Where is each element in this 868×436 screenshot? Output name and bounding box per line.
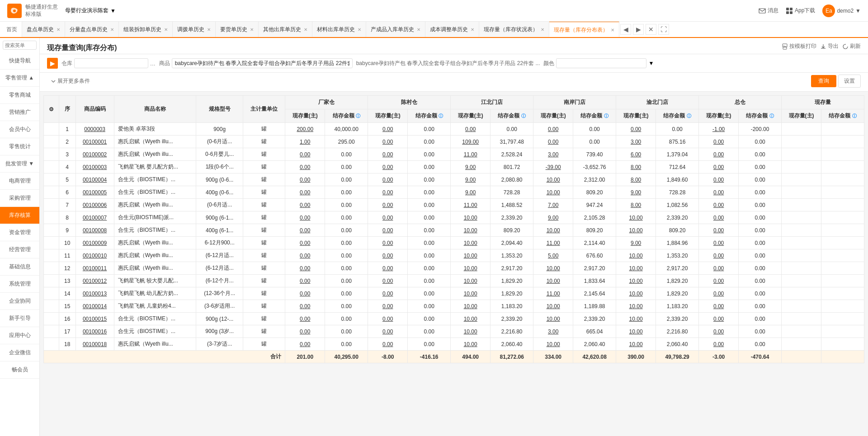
refresh-icon	[842, 43, 849, 50]
sidebar-item-wechat[interactable]: 企业微信	[0, 344, 39, 361]
tab-close-icon[interactable]: ✕	[164, 27, 168, 32]
sidebar-search-input[interactable]	[3, 41, 37, 50]
th-jb-stock: 现存量(主)	[451, 109, 491, 123]
tab-close-icon[interactable]: ✕	[110, 27, 114, 32]
main-layout: 快捷导航 零售管理 ▲ 零售商城 营销推广 会员中心 零售统计 批发管理 ▼ 电…	[0, 38, 868, 436]
tab-material-outbound[interactable]: 材料出库单历史 ✕	[312, 22, 366, 38]
tab-close-icon[interactable]: ✕	[471, 27, 474, 32]
sidebar-item-retail-mall[interactable]: 零售商城	[0, 87, 39, 104]
total-amount-info-icon[interactable]: ⓘ	[769, 113, 774, 118]
tab-requisition[interactable]: 要货单历史 ✕	[216, 22, 259, 38]
sidebar-item-purchase[interactable]: 采购管理	[0, 190, 39, 207]
tab-close-icon[interactable]: ✕	[304, 27, 307, 32]
warehouse-input[interactable]	[74, 58, 148, 68]
sidebar-item-wholesale[interactable]: 批发管理 ▼	[0, 155, 39, 173]
warehouse-ellipsis[interactable]: ...	[150, 60, 156, 67]
tab-fraction-check[interactable]: 分量盘点单历史 ✕	[65, 22, 119, 38]
table-row: 16 00100015 合生元（BIOSTIME）... 900g (12-..…	[44, 313, 864, 325]
sidebar-item-retail-mgmt[interactable]: 零售管理 ▲	[0, 70, 39, 87]
table-row: 14 00100013 飞鹤星飞帆 幼儿配方奶... (12-36个月... 罐…	[44, 287, 864, 300]
sidebar-item-marketing[interactable]: 营销推广	[0, 104, 39, 121]
th-jb-amount: 结存金额 ⓘ	[491, 109, 533, 123]
svg-rect-7	[783, 47, 787, 49]
th-settings[interactable]: ⚙	[44, 96, 59, 123]
app-icon	[786, 7, 793, 14]
th-total-amount: 结存金额 ⓘ	[739, 109, 782, 123]
th-na-amount: 结存金额 ⓘ	[573, 109, 616, 123]
export-icon	[820, 43, 826, 50]
sidebar-item-shortcuts[interactable]: 快捷导航	[0, 52, 39, 70]
tab-inventory-check[interactable]: 盘点单历史 ✕	[22, 22, 65, 38]
tab-transfer[interactable]: 调拨单历史 ✕	[173, 22, 216, 38]
tab-close-icon[interactable]: ✕	[250, 27, 254, 32]
tab-close-active-icon[interactable]: ✕	[611, 28, 614, 33]
na-amount-info-icon[interactable]: ⓘ	[604, 113, 609, 118]
sidebar-item-retail-stats[interactable]: 零售统计	[0, 138, 39, 155]
print-icon	[782, 43, 788, 50]
tab-close-icon[interactable]: ✕	[541, 27, 544, 32]
tab-prev-btn[interactable]: ◀	[620, 24, 631, 35]
sidebar-item-cooperation[interactable]: 企业协同	[0, 293, 39, 310]
tab-other-outbound[interactable]: 其他出库单历史 ✕	[259, 22, 312, 38]
tab-finished-goods[interactable]: 产成品入库单历史 ✕	[366, 22, 425, 38]
data-table: ⚙ 序 商品编码 商品名称 规格型号 主计量单位 厂家仓 陈村仓 江北门店 南岸…	[43, 95, 864, 363]
export-btn[interactable]: 导出	[820, 42, 839, 50]
th-yubei-store: 渝北门店	[616, 96, 698, 109]
tab-close-icon[interactable]: ✕	[207, 27, 211, 32]
messages-btn[interactable]: 消息	[759, 7, 778, 14]
color-input[interactable]	[556, 58, 646, 68]
filter-expand-btn[interactable]: ▶	[47, 58, 58, 69]
tab-close-icon[interactable]: ✕	[417, 27, 420, 32]
sidebar-item-apps[interactable]: 应用中心	[0, 327, 39, 344]
th-fw-stock: 现存量(主)	[285, 109, 325, 123]
tab-close-all-btn[interactable]: ✕	[646, 24, 656, 35]
print-btn[interactable]: 按模板打印	[782, 42, 816, 50]
summary-fw-stock: 201.00	[285, 351, 325, 363]
tab-expand-btn[interactable]: ⛶	[658, 24, 669, 35]
tab-close-icon[interactable]: ✕	[358, 27, 361, 32]
app-download-btn[interactable]: App下载	[786, 7, 815, 14]
color-filter: 颜色 ▼	[543, 58, 654, 68]
table-row: 6 00100005 合生元（BIOSTIME）... 400g (0-6...…	[44, 186, 864, 199]
yb-amount-info-icon[interactable]: ⓘ	[687, 113, 691, 118]
user-menu[interactable]: Ea demo2 ▼	[822, 5, 861, 17]
sidebar-item-system[interactable]: 系统管理	[0, 276, 39, 293]
refresh-btn[interactable]: 刷新	[842, 42, 861, 50]
fw-amount-info-icon[interactable]: ⓘ	[356, 113, 360, 118]
summary-extra-stock	[781, 351, 821, 363]
th-fw-amount: 结存金额 ⓘ	[325, 109, 368, 123]
table-row: 7 00100006 惠氏启赋（Wyeth illu... (0-6月适... …	[44, 199, 864, 211]
settings-btn[interactable]: 设置	[838, 75, 861, 88]
table-row: 4 00100003 飞鹤星飞帆 婴儿配方奶... 1段(0-6个... 罐 0…	[44, 161, 864, 173]
table-row: 12 00100011 惠氏启赋（Wyeth illu... (6-12月适..…	[44, 262, 864, 275]
tab-stock-status[interactable]: 现存量（库存状况表） ✕	[479, 22, 549, 38]
extra-amount-info-icon[interactable]: ⓘ	[852, 113, 857, 118]
cj-amount-info-icon[interactable]: ⓘ	[439, 113, 443, 118]
query-btn[interactable]: 查询	[811, 75, 836, 87]
tab-cost-adjust[interactable]: 成本调整单历史 ✕	[425, 22, 479, 38]
goods-input[interactable]	[172, 58, 353, 68]
sidebar-item-members[interactable]: 会员中心	[0, 121, 39, 138]
goods-value-display: babycare孕妇待产包 春季入院全套母子组合孕妇产后冬季月子用品 22件套 …	[356, 60, 540, 67]
sidebar-item-member-plus[interactable]: 畅会员	[0, 361, 39, 379]
sidebar-item-guide[interactable]: 新手引导	[0, 310, 39, 327]
sidebar-item-finance[interactable]: 资金管理	[0, 224, 39, 241]
tab-close-icon[interactable]: ✕	[57, 27, 60, 32]
sidebar-item-operations[interactable]: 经营管理	[0, 241, 39, 258]
tab-next-btn[interactable]: ▶	[633, 24, 644, 35]
sidebar-item-basics[interactable]: 基础信息	[0, 258, 39, 276]
summary-extra-amount	[821, 351, 864, 363]
expand-conditions-btn[interactable]: 展开更多条件	[47, 75, 94, 87]
th-na-stock: 现存量(主)	[533, 109, 573, 123]
tab-assembly[interactable]: 组装拆卸单历史 ✕	[119, 22, 173, 38]
logo-icon	[7, 4, 22, 18]
jb-amount-info-icon[interactable]: ⓘ	[521, 113, 526, 118]
tenant-selector[interactable]: 母婴行业演示陈套 ▼	[65, 7, 116, 14]
sidebar-item-ecommerce[interactable]: 电商管理	[0, 173, 39, 190]
tab-stock-distribution[interactable]: 现存量（库存分布表） ✕	[549, 22, 619, 38]
tab-home[interactable]: 首页	[2, 22, 22, 38]
page-header: 现存量查询(库存分布) 按模板打印 导出	[40, 38, 868, 54]
svg-rect-5	[790, 11, 793, 14]
summary-jb-amount: 81,272.06	[491, 351, 533, 363]
sidebar-item-inventory[interactable]: 库存核算	[0, 207, 39, 224]
